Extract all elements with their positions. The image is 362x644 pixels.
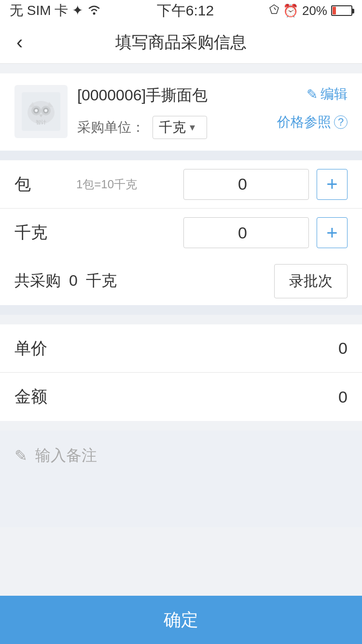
kg-plus-button[interactable]: + [317,217,348,248]
price-reference-button[interactable]: 价格参照 ? [277,113,348,131]
divider-1 [0,151,362,160]
bao-sublabel: 1包=10千克 [76,177,137,192]
unit-price-row: 单价 0 [0,324,362,373]
unit-select[interactable]: 千克 ▾ [153,116,207,139]
amount-row: 金额 0 [0,373,362,421]
status-time: 下午6:12 [157,1,214,21]
nav-bar: ‹ 填写商品采购信息 [0,21,362,64]
no-sim-text: 无 SIM 卡 ✦ [10,1,83,20]
price-section: 单价 0 金额 0 [0,324,362,421]
back-button[interactable]: ‹ [12,27,28,58]
page-title: 填写商品采购信息 [115,31,247,54]
batch-record-button[interactable]: 录批次 [274,264,348,298]
product-info: [0000006]手撕面包 采购单位： 千克 ▾ [77,85,267,139]
product-thumbnail: 智计 [14,85,68,138]
product-logo: 智计 [22,92,60,131]
bao-input-row: 包 1包=10千克 + [0,160,362,209]
divider-2 [0,305,362,315]
unit-price-value: 0 [338,339,348,358]
svg-text:智计: 智计 [36,119,46,125]
svg-point-6 [35,109,38,112]
pencil-icon: ✎ [14,447,28,465]
product-actions: ✎ 编辑 价格参照 ? [277,85,348,131]
input-section: 包 1包=10千克 + 千克 + [0,160,362,257]
bao-label: 包 [14,173,72,196]
kg-label: 千克 [14,222,72,244]
unit-value: 千克 [159,118,186,137]
note-section[interactable]: ✎ 输入备注 [0,431,362,527]
summary-amount: 0 [69,272,78,289]
kg-input-row: 千克 + [0,209,362,257]
battery-icon [331,5,352,16]
status-left: 无 SIM 卡 ✦ [10,1,101,20]
note-placeholder: 输入备注 [35,445,97,466]
edit-button[interactable]: ✎ 编辑 [306,85,348,103]
status-right: ⏰ 20% [269,3,352,18]
product-card: 智计 [0000006]手撕面包 采购单位： 千克 ▾ ✎ 编辑 价格参照 ? [0,73,362,151]
confirm-button[interactable]: 确定 [0,596,362,644]
battery-percent: 20% [302,3,327,18]
note-input-row: ✎ 输入备注 [14,445,348,466]
wifi-icon [87,3,101,18]
unit-label: 采购单位： [77,118,145,137]
product-name: [0000006]手撕面包 [77,85,267,106]
help-icon: ? [334,115,348,129]
svg-point-0 [93,13,96,15]
summary-row: 共采购 0 千克 录批次 [0,257,362,305]
bao-quantity-input[interactable] [183,169,309,200]
location-icon [269,3,279,18]
svg-point-7 [44,109,47,112]
amount-label: 金额 [14,386,338,408]
bao-plus-button[interactable]: + [317,169,348,200]
status-bar: 无 SIM 卡 ✦ 下午6:12 ⏰ 20% [0,0,362,21]
edit-icon: ✎ [306,86,318,102]
alarm-icon: ⏰ [283,3,298,18]
kg-quantity-input[interactable] [183,217,309,248]
unit-price-label: 单价 [14,337,338,360]
summary-text: 共采购 0 千克 [14,270,274,292]
dropdown-arrow-icon: ▾ [190,121,195,134]
product-unit-row: 采购单位： 千克 ▾ [77,116,267,139]
amount-value: 0 [338,388,348,406]
